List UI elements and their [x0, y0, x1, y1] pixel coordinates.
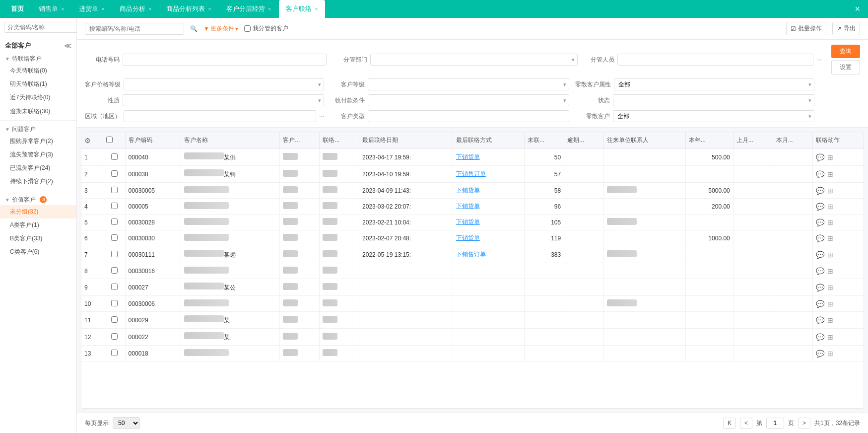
- grid-icon[interactable]: ⊞: [827, 153, 833, 161]
- message-icon[interactable]: 💬: [816, 251, 824, 259]
- settings-icon[interactable]: ⚙: [84, 137, 91, 144]
- sidebar-item-today-contact[interactable]: 今天待联络(0): [0, 64, 76, 77]
- message-icon[interactable]: 💬: [816, 300, 824, 308]
- grid-icon[interactable]: ⊞: [827, 350, 833, 358]
- prev-page-button[interactable]: <: [740, 418, 752, 429]
- grid-icon[interactable]: ⊞: [827, 234, 833, 242]
- th-settings[interactable]: ⚙: [81, 132, 103, 149]
- sidebar-item-tomorrow-contact[interactable]: 明天待联络(1): [0, 77, 76, 91]
- contact-method-link[interactable]: 下销货单: [456, 234, 480, 241]
- my-customers-checkbox-label[interactable]: 我分管的客户: [244, 24, 288, 33]
- close-icon[interactable]: ×: [61, 6, 64, 12]
- message-icon[interactable]: 💬: [816, 218, 824, 226]
- contact-method-link[interactable]: 下销货单: [456, 153, 480, 160]
- grid-icon[interactable]: ⊞: [827, 218, 833, 226]
- nature-select[interactable]: [123, 94, 324, 106]
- row-select-checkbox[interactable]: [111, 333, 118, 340]
- manager-input[interactable]: [617, 54, 813, 66]
- contact-method-link[interactable]: 下销售订单: [456, 251, 486, 258]
- all-customers-header[interactable]: 全部客户 ≪: [0, 37, 76, 52]
- region-input[interactable]: [124, 110, 316, 122]
- row-select-checkbox[interactable]: [111, 203, 118, 209]
- grid-icon[interactable]: ⊞: [827, 300, 833, 308]
- nav-tab-customer-mgmt[interactable]: 客户分层经营 ×: [219, 0, 278, 18]
- message-icon[interactable]: 💬: [816, 350, 824, 358]
- message-icon[interactable]: 💬: [816, 234, 824, 242]
- first-page-button[interactable]: K: [723, 418, 736, 429]
- grid-icon[interactable]: ⊞: [827, 267, 833, 275]
- row-select-checkbox[interactable]: [111, 170, 118, 177]
- message-icon[interactable]: 💬: [816, 203, 824, 211]
- grid-icon[interactable]: ⊞: [827, 187, 833, 195]
- next-page-button[interactable]: >: [798, 418, 810, 429]
- close-icon[interactable]: ×: [268, 6, 271, 12]
- sidebar-item-class-b[interactable]: B类客户(33): [0, 232, 76, 245]
- row-select-checkbox[interactable]: [111, 251, 118, 257]
- reset-button[interactable]: 设置: [831, 60, 860, 74]
- nav-tab-customer-contact[interactable]: 客户联络 ×: [279, 0, 325, 18]
- query-button[interactable]: 查询: [831, 45, 860, 58]
- sidebar-item-churned[interactable]: 已流失客户(24): [0, 161, 76, 175]
- row-select-checkbox[interactable]: [111, 153, 118, 160]
- more-icon[interactable]: ···: [319, 113, 324, 120]
- grid-icon[interactable]: ⊞: [827, 333, 833, 341]
- sidebar-item-declining[interactable]: 持续下滑客户(2): [0, 175, 76, 188]
- more-conditions-button[interactable]: ▼ 更多条件 ▾: [203, 24, 238, 33]
- my-customers-checkbox[interactable]: [244, 25, 251, 32]
- price-grade-select[interactable]: [124, 78, 324, 90]
- customer-type-input[interactable]: [368, 110, 569, 122]
- grid-icon[interactable]: ⊞: [827, 284, 833, 291]
- close-icon[interactable]: ×: [208, 6, 211, 12]
- batch-operation-button[interactable]: ☑ 批量操作: [786, 22, 826, 35]
- contact-method-link[interactable]: 下销售订单: [456, 170, 486, 177]
- grid-icon[interactable]: ⊞: [827, 203, 833, 211]
- row-select-checkbox[interactable]: [111, 350, 118, 356]
- payment-select[interactable]: [368, 94, 569, 106]
- message-icon[interactable]: 💬: [816, 170, 824, 178]
- nav-tab-analysis-list[interactable]: 商品分析列表 ×: [159, 0, 218, 18]
- nav-tab-analysis[interactable]: 商品分析 ×: [113, 0, 158, 18]
- close-all-button[interactable]: ×: [851, 4, 864, 14]
- contact-method-link[interactable]: 下销货单: [456, 218, 480, 225]
- sidebar-item-ungrouped[interactable]: 未分组(32): [0, 205, 76, 218]
- row-select-checkbox[interactable]: [111, 316, 118, 323]
- group-value-customers[interactable]: ▼ 价值客户 ↺: [0, 193, 76, 205]
- close-icon[interactable]: ×: [315, 6, 318, 12]
- message-icon[interactable]: 💬: [816, 333, 824, 341]
- close-icon[interactable]: ×: [101, 6, 104, 12]
- sidebar-item-abnormal[interactable]: 囤购异常客户(2): [0, 135, 76, 148]
- group-pending-contact[interactable]: ▼ 待联络客户: [0, 52, 76, 64]
- page-number-input[interactable]: [766, 418, 784, 429]
- retail-customer-select[interactable]: 全部: [613, 110, 814, 122]
- retail-attr-select[interactable]: 全部: [614, 78, 814, 90]
- row-select-checkbox[interactable]: [111, 284, 118, 290]
- select-all-checkbox[interactable]: [106, 137, 113, 143]
- sidebar-search-input[interactable]: [4, 22, 77, 33]
- grid-icon[interactable]: ⊞: [827, 316, 833, 324]
- group-problem-customers[interactable]: ▼ 问题客户: [0, 123, 76, 135]
- row-select-checkbox[interactable]: [111, 300, 118, 306]
- close-icon[interactable]: ×: [148, 6, 151, 12]
- message-icon[interactable]: 💬: [816, 267, 824, 275]
- sidebar-item-churn-warning[interactable]: 流失预警客户(3): [0, 148, 76, 161]
- row-select-checkbox[interactable]: [111, 267, 118, 274]
- phone-input[interactable]: [123, 54, 327, 66]
- row-select-checkbox[interactable]: [111, 187, 118, 193]
- collapse-icon[interactable]: ≪: [64, 42, 71, 50]
- message-icon[interactable]: 💬: [816, 153, 824, 161]
- contact-method-link[interactable]: 下销货单: [456, 203, 480, 210]
- grid-icon[interactable]: ⊞: [827, 251, 833, 259]
- filter-search-icon[interactable]: 🔍: [190, 25, 198, 32]
- contact-method-link[interactable]: 下销货单: [456, 187, 480, 194]
- export-button[interactable]: ↗ 导出: [832, 22, 860, 35]
- sidebar-item-7day-contact[interactable]: 近7天待联络(0): [0, 91, 76, 104]
- sidebar-item-class-a[interactable]: A类客户(1): [0, 218, 76, 232]
- sidebar-item-class-c[interactable]: C类客户(6): [0, 245, 76, 259]
- row-select-checkbox[interactable]: [111, 234, 118, 241]
- row-select-checkbox[interactable]: [111, 218, 118, 225]
- status-select[interactable]: [613, 94, 814, 106]
- nav-tab-sales[interactable]: 销售单 ×: [32, 0, 71, 18]
- dept-select[interactable]: [370, 54, 578, 66]
- nav-tab-purchase[interactable]: 进货单 ×: [72, 0, 111, 18]
- message-icon[interactable]: 💬: [816, 316, 824, 324]
